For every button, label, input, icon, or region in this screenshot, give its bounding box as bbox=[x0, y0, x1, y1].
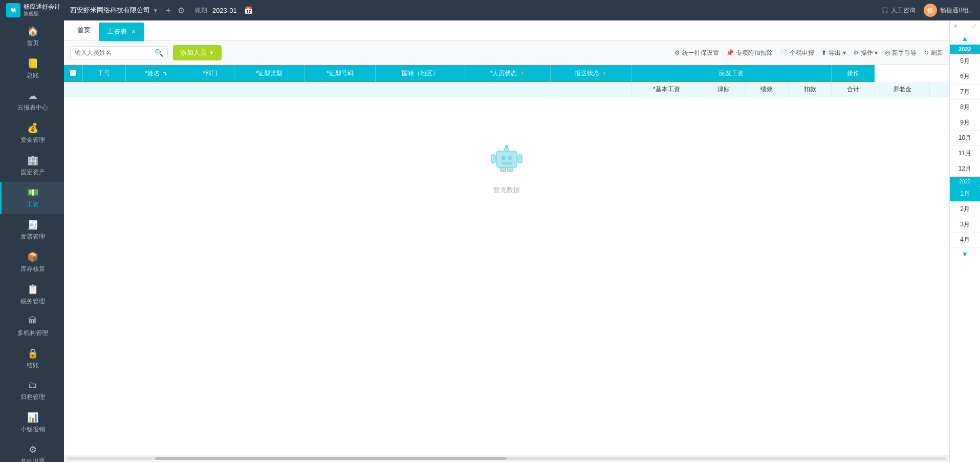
svg-rect-7 bbox=[518, 155, 522, 163]
org-icon: 🏛 bbox=[28, 316, 37, 327]
month-2022-06[interactable]: 6月 bbox=[950, 69, 980, 85]
name-sort-icon[interactable]: ⇅ bbox=[163, 71, 167, 76]
avatar: 畅 bbox=[924, 4, 937, 17]
sidebar-item-cloud-reports[interactable]: ☁ 云报表中心 bbox=[0, 85, 64, 117]
search-input-wrap: 🔍 bbox=[70, 46, 168, 59]
empty-robot-icon bbox=[486, 138, 527, 179]
refresh-btn[interactable]: ↻ 刷新 bbox=[924, 49, 943, 57]
month-2022-10[interactable]: 10月 bbox=[950, 131, 980, 146]
user-info[interactable]: 畅 畅捷通B组... bbox=[924, 4, 974, 17]
month-2022-05[interactable]: 5月 bbox=[950, 54, 980, 69]
service-btn[interactable]: 🎧 人工咨询 bbox=[881, 6, 916, 15]
month-2022-07[interactable]: 7月 bbox=[950, 85, 980, 100]
th-pension: 养老金 bbox=[875, 82, 929, 97]
date-scroll-up-btn[interactable]: ▲ bbox=[950, 32, 980, 45]
search-icon[interactable]: 🔍 bbox=[155, 49, 163, 57]
th-allowance: 津贴 bbox=[702, 82, 745, 97]
tab-home[interactable]: 首页 bbox=[69, 20, 99, 41]
sidebar-item-settings[interactable]: ⚙ 基础设置 bbox=[0, 439, 64, 462]
company-name: 西安虾米网络科技有限公司 bbox=[70, 6, 150, 15]
sidebar-item-assets[interactable]: 🏢 固定资产 bbox=[0, 150, 64, 182]
h-scrollbar[interactable] bbox=[64, 455, 949, 462]
sidebar-item-ledger[interactable]: 📒 总账 bbox=[0, 53, 64, 85]
month-2023-02[interactable]: 2月 bbox=[950, 202, 980, 217]
scrollbar-track bbox=[67, 457, 946, 460]
svg-rect-0 bbox=[496, 151, 517, 167]
svg-rect-9 bbox=[508, 167, 513, 172]
social-security-icon: ⚙ bbox=[674, 49, 680, 56]
empty-state-cell: 暂无数据 bbox=[64, 97, 949, 236]
special-deduction-btn[interactable]: 📌 专项附加扣除 bbox=[726, 49, 773, 57]
export-btn[interactable]: ⬆ 导出 ▾ bbox=[821, 49, 845, 57]
sidebar-item-archive[interactable]: 🗂 归档管理 bbox=[0, 375, 64, 407]
report-filter-icon[interactable]: ▼ bbox=[602, 71, 607, 76]
sidebar-item-invoice[interactable]: 🧾 发票管理 bbox=[0, 214, 64, 246]
month-2022-12[interactable]: 12月 bbox=[950, 161, 980, 177]
sidebar-item-tax[interactable]: 📋 税务管理 bbox=[0, 279, 64, 311]
month-2022-08[interactable]: 8月 bbox=[950, 100, 980, 115]
assets-icon: 🏢 bbox=[27, 155, 38, 166]
tab-close-btn[interactable]: ✕ bbox=[131, 28, 136, 35]
settings-btn[interactable]: ⚙ bbox=[178, 6, 185, 15]
month-2022-09[interactable]: 9月 bbox=[950, 115, 980, 131]
sidebar-item-salary[interactable]: 💵 工资 bbox=[0, 182, 64, 214]
scrollbar-thumb[interactable] bbox=[155, 457, 507, 460]
company-selector[interactable]: 西安虾米网络科技有限公司 ▼ bbox=[70, 6, 158, 15]
calendar-icon[interactable]: 📅 bbox=[244, 6, 253, 14]
operation-icon: ⚙ bbox=[853, 49, 859, 56]
th-operations: 操作 bbox=[832, 65, 875, 82]
social-security-btn[interactable]: ⚙ 统一社保设置 bbox=[674, 49, 719, 57]
guide-nav-icon: ◎ bbox=[885, 49, 890, 56]
logo-text: 畅应通好会计 bbox=[24, 3, 60, 10]
sidebar-item-multi-org[interactable]: 🏛 多机构管理 bbox=[0, 311, 64, 343]
right-panel-close-btn[interactable]: ✕ bbox=[953, 23, 958, 30]
th-base-salary: *基本工资 bbox=[631, 82, 702, 97]
funds-icon: 💰 bbox=[27, 122, 38, 134]
sidebar-label-org: 多机构管理 bbox=[17, 329, 48, 338]
svg-rect-6 bbox=[491, 155, 495, 163]
user-name: 畅捷通B组... bbox=[940, 6, 974, 15]
year-2022-label: 2022 bbox=[950, 45, 980, 54]
sidebar-item-close[interactable]: 🔒 结账 bbox=[0, 343, 64, 375]
select-all-checkbox[interactable] bbox=[70, 70, 76, 76]
tax-declare-btn[interactable]: 📄 个税申报 bbox=[780, 49, 814, 57]
sidebar-item-inventory[interactable]: 📦 库存核算 bbox=[0, 246, 64, 279]
th-total: 合计 bbox=[832, 82, 875, 97]
month-2023-04[interactable]: 4月 bbox=[950, 233, 980, 248]
sidebar-label-archive: 归档管理 bbox=[20, 393, 45, 402]
sidebar-item-expense[interactable]: 📊 小畅报销 bbox=[0, 407, 64, 439]
period-value[interactable]: 2023-01 bbox=[212, 7, 237, 14]
th-deduction: 扣款 bbox=[788, 82, 831, 97]
th-ops-sub bbox=[929, 82, 949, 97]
table-sub-header-row: *基本工资 津贴 绩效 扣款 合计 养老金 bbox=[64, 82, 949, 97]
sidebar-item-home[interactable]: 🏠 首页 bbox=[0, 20, 64, 53]
date-scroll-down-btn[interactable]: ▼ bbox=[950, 248, 980, 260]
sidebar-item-funds[interactable]: 💰 资金管理 bbox=[0, 117, 64, 150]
deduction-icon: 📌 bbox=[726, 49, 734, 56]
main-layout: 🏠 首页 📒 总账 ☁ 云报表中心 💰 资金管理 🏢 固定资产 💵 工资 🧾 发… bbox=[0, 20, 980, 462]
add-company-btn[interactable]: ＋ bbox=[164, 5, 172, 16]
period-label: 账期 bbox=[195, 6, 207, 15]
logo-icon: 畅 bbox=[6, 3, 20, 17]
newbie-guide-btn[interactable]: ◎ 新手引导 bbox=[885, 49, 917, 57]
th-name: *姓名 ⇅ bbox=[125, 65, 186, 82]
company-dropdown-arrow: ▼ bbox=[153, 8, 158, 13]
expense-icon: 📊 bbox=[27, 412, 38, 423]
tax-declare-icon: 📄 bbox=[780, 49, 788, 56]
search-input[interactable] bbox=[75, 49, 151, 56]
operation-btn[interactable]: ⚙ 操作 ▾ bbox=[853, 49, 878, 57]
month-2023-03[interactable]: 3月 bbox=[950, 217, 980, 233]
tab-salary-table[interactable]: 工资表 ✕ bbox=[99, 23, 144, 41]
home-icon: 🏠 bbox=[27, 26, 38, 37]
th-checkbox[interactable] bbox=[64, 65, 82, 82]
svg-rect-1 bbox=[502, 156, 506, 160]
th-department: *部门 bbox=[186, 65, 234, 82]
right-panel-expand-btn[interactable]: ⤢ bbox=[972, 23, 977, 30]
date-scroll: ▲ 2022 5月 6月 7月 8月 9月 10月 11月 12月 2023 1… bbox=[950, 32, 980, 462]
add-person-btn[interactable]: 添加人员 ▼ bbox=[173, 45, 222, 60]
month-2022-11[interactable]: 11月 bbox=[950, 146, 980, 161]
status-filter-icon[interactable]: ▼ bbox=[520, 71, 525, 76]
empty-state: 暂无数据 bbox=[64, 97, 949, 236]
month-2023-01[interactable]: 1月 bbox=[950, 186, 980, 202]
svg-point-5 bbox=[505, 145, 508, 148]
